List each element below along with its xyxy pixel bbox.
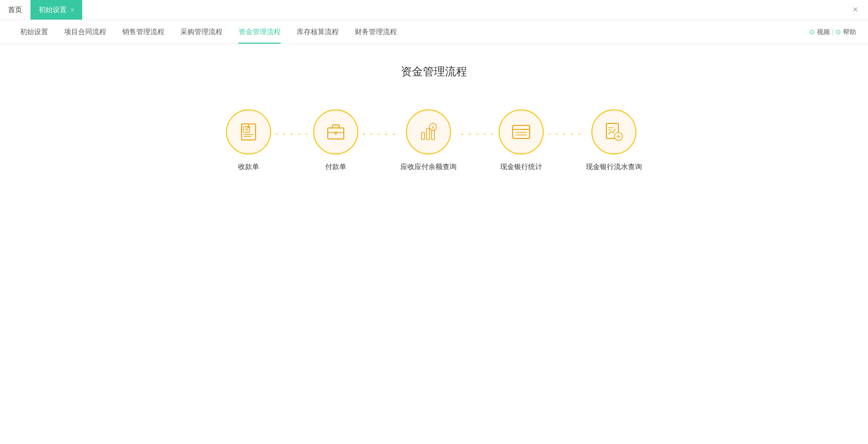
help-label[interactable]: 帮助 — [843, 28, 856, 37]
flow-circle-cash-bank-stats — [499, 109, 544, 155]
page-title: 资金管理流程 — [401, 64, 467, 79]
flow-circle-ar-ap-balance: ¥ — [406, 109, 451, 155]
flow-item-ar-ap-balance[interactable]: ¥ 应收应付余额查询 — [400, 109, 457, 172]
dash-icon-3: - - - - - — [461, 129, 495, 139]
nav-item-sales-mgmt[interactable]: 销售管理流程 — [114, 20, 172, 44]
top-bar-right: × — [852, 5, 868, 15]
svg-text:¥: ¥ — [245, 127, 248, 132]
nav-bar: 初始设置 项目合同流程 销售管理流程 采购管理流程 资金管理流程 库存核算流程 … — [0, 20, 868, 44]
flow-dash-1: - - - - - — [275, 129, 309, 153]
active-tab[interactable]: 初始设置 × — [31, 0, 82, 20]
flow-item-cash-bank-flow[interactable]: 现金银行流水查询 — [586, 109, 642, 172]
flow-dash-3: - - - - - — [461, 129, 495, 153]
svg-text:¥: ¥ — [334, 130, 338, 137]
svg-rect-9 — [421, 132, 424, 139]
flow-item-cash-bank-stats[interactable]: 现金银行统计 — [499, 109, 544, 172]
flow-label-cash-bank-stats: 现金银行统计 — [500, 163, 542, 172]
flow-row: ¥ 收款单 - - - - - ¥ — [226, 109, 642, 172]
flow-label-cash-bank-flow: 现金银行流水查询 — [586, 163, 642, 172]
nav-item-project-contract[interactable]: 项目合同流程 — [56, 20, 114, 44]
active-tab-close[interactable]: × — [71, 7, 74, 14]
nav-item-inventory[interactable]: 库存核算流程 — [289, 20, 347, 44]
video-label[interactable]: 视频 — [817, 28, 830, 37]
help-icon: ⊙ — [835, 28, 841, 36]
flow-circle-receipt: ¥ — [226, 109, 271, 155]
nav-item-funds-mgmt[interactable]: 资金管理流程 — [231, 20, 289, 44]
flow-item-receipt[interactable]: ¥ 收款单 — [226, 109, 271, 172]
window-close-button[interactable]: × — [852, 5, 858, 15]
flow-label-receipt: 收款单 — [238, 163, 259, 172]
flow-label-ar-ap-balance: 应收应付余额查询 — [400, 163, 457, 172]
main-content: 资金管理流程 ¥ 收款单 - - - - - — [0, 44, 868, 444]
flow-label-payment: 付款单 — [325, 163, 346, 172]
nav-item-init-setup[interactable]: 初始设置 — [12, 20, 56, 44]
nav-item-purchase-mgmt[interactable]: 采购管理流程 — [172, 20, 231, 44]
dash-icon-4: - - - - - — [548, 129, 582, 139]
dash-icon-1: - - - - - — [275, 129, 309, 139]
dash-icon-2: - - - - - — [362, 129, 396, 139]
home-tab[interactable]: 首页 — [0, 0, 31, 20]
svg-rect-14 — [513, 125, 530, 138]
top-bar: 首页 初始设置 × × — [0, 0, 868, 20]
svg-rect-10 — [426, 128, 429, 139]
flow-circle-cash-bank-flow — [591, 109, 636, 155]
play-icon: ⊙ — [809, 28, 815, 36]
nav-sep: | — [832, 28, 833, 36]
svg-text:¥: ¥ — [431, 125, 435, 130]
flow-circle-payment: ¥ — [313, 109, 358, 155]
active-tab-label: 初始设置 — [39, 6, 67, 15]
nav-item-finance-mgmt[interactable]: 财务管理流程 — [347, 20, 405, 44]
flow-item-payment[interactable]: ¥ 付款单 — [313, 109, 358, 172]
svg-rect-11 — [431, 130, 435, 139]
nav-right: ⊙ 视频 | ⊙ 帮助 — [809, 28, 856, 37]
flow-dash-4: - - - - - — [548, 129, 582, 153]
flow-dash-2: - - - - - — [362, 129, 396, 153]
